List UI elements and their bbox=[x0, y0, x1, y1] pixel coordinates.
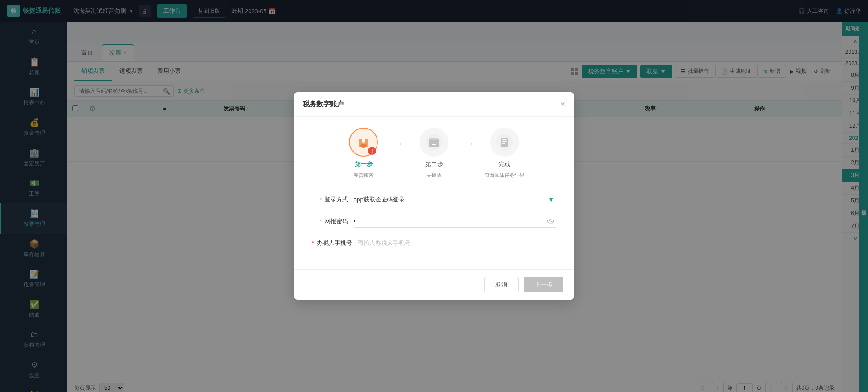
arrow-2: → bbox=[461, 139, 477, 149]
login-method-select-wrap: app获取验证码登录 账号密码登录 ▼ bbox=[354, 193, 556, 206]
svg-rect-10 bbox=[430, 138, 438, 140]
login-method-row: * 登录方式 app获取验证码登录 账号密码登录 ▼ bbox=[312, 193, 556, 206]
modal-overlay[interactable]: 税务数字账户 × ! 第一步 bbox=[0, 0, 868, 392]
login-method-select[interactable]: app获取验证码登录 账号密码登录 bbox=[354, 193, 556, 206]
net-password-wrap bbox=[354, 215, 556, 228]
svg-rect-9 bbox=[429, 139, 439, 147]
svg-rect-16 bbox=[502, 143, 505, 144]
svg-rect-15 bbox=[502, 141, 507, 142]
net-password-row: * 网报密码 bbox=[312, 215, 556, 228]
step-2-desc: 去取票 bbox=[427, 172, 442, 179]
svg-rect-11 bbox=[432, 144, 436, 145]
taxpayer-phone-row: * 办税人手机号 bbox=[312, 237, 556, 249]
step-3-label: 完成 bbox=[499, 160, 510, 168]
taxpayer-phone-label: * 办税人手机号 bbox=[312, 239, 352, 247]
step-3-icon-wrap bbox=[490, 128, 519, 157]
next-button[interactable]: 下一步 bbox=[524, 277, 563, 292]
taxpayer-phone-input[interactable] bbox=[358, 237, 556, 249]
cancel-button[interactable]: 取消 bbox=[484, 277, 519, 292]
dialog-body: ! 第一步 完善账密 → 第 bbox=[294, 117, 574, 269]
arrow-1: → bbox=[391, 139, 407, 149]
step-3-desc: 查看具体任务结果 bbox=[485, 172, 524, 179]
login-method-label: * 登录方式 bbox=[312, 196, 348, 204]
dialog-title: 税务数字账户 bbox=[303, 100, 344, 109]
step-2-label: 第二步 bbox=[425, 160, 443, 168]
steps-container: ! 第一步 完善账密 → 第 bbox=[312, 128, 556, 179]
dialog-header: 税务数字账户 × bbox=[294, 92, 574, 117]
step-1-error-badge: ! bbox=[368, 147, 376, 155]
net-password-label: * 网报密码 bbox=[312, 217, 348, 225]
svg-rect-14 bbox=[502, 139, 507, 140]
svg-point-7 bbox=[360, 144, 367, 148]
step-2-icon-wrap bbox=[420, 128, 448, 157]
dialog-close-button[interactable]: × bbox=[560, 100, 565, 109]
dialog-footer: 取消 下一步 bbox=[294, 269, 574, 300]
step-3: 完成 查看具体任务结果 bbox=[477, 128, 532, 179]
step-1-desc: 完善账密 bbox=[354, 172, 373, 179]
step-1: ! 第一步 完善账密 bbox=[336, 128, 391, 179]
step-1-label: 第一步 bbox=[355, 160, 373, 168]
tax-digital-dialog: 税务数字账户 × ! 第一步 bbox=[294, 92, 574, 300]
step-2: 第二步 去取票 bbox=[407, 128, 461, 179]
svg-point-6 bbox=[362, 139, 365, 143]
password-eye-icon[interactable] bbox=[547, 218, 554, 225]
step-1-icon-wrap: ! bbox=[349, 128, 378, 157]
net-password-input[interactable] bbox=[354, 215, 556, 228]
taxpayer-phone-wrap bbox=[358, 237, 556, 249]
